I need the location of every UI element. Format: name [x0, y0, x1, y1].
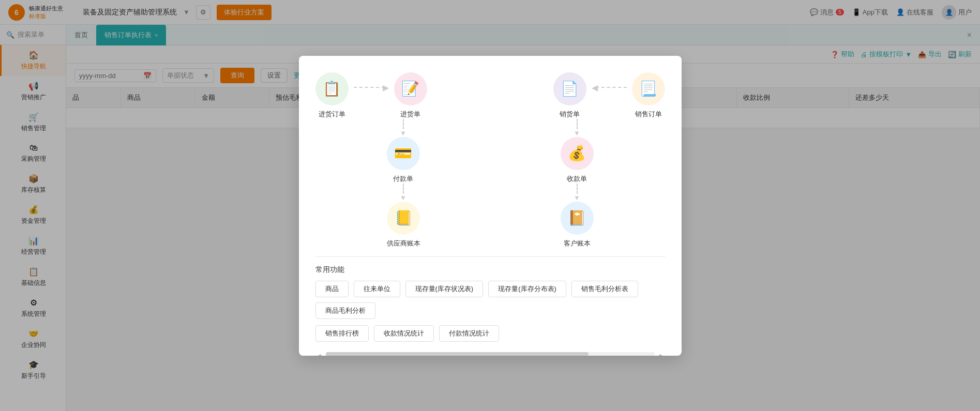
- purchase-bill-label: 进货单: [400, 110, 420, 119]
- sales-order-label: 销售订单: [635, 110, 662, 119]
- flow-item-purchase-order[interactable]: 📋 进货订单: [315, 72, 349, 119]
- flow-item-purchase-bill[interactable]: 📝 进货单: [394, 72, 427, 119]
- flow-item-sales-order[interactable]: 📃 销售订单: [632, 72, 665, 119]
- supplier-account-label: 供应商账本: [387, 239, 420, 248]
- customer-account-label: 客户账本: [564, 239, 591, 248]
- supplier-account-icon: 📒: [387, 202, 420, 235]
- purchase-order-icon: 📋: [315, 72, 349, 105]
- sales-bill-icon: 📄: [553, 72, 586, 105]
- common-btn-3[interactable]: 现存量(库存分布表): [488, 281, 566, 297]
- customer-account-icon: 📔: [561, 202, 594, 235]
- common-btn-2[interactable]: 现存量(库存状况表): [405, 281, 484, 297]
- flow-item-receipt-bill[interactable]: 💰 收款单: [561, 137, 594, 184]
- common-btn-4[interactable]: 销售毛利分析表: [571, 281, 638, 297]
- common-section: 常用功能 商品往来单位现存量(库存状况表)现存量(库存分布表)销售毛利分析表商品…: [315, 256, 665, 342]
- purchase-bill-icon: 📝: [394, 72, 427, 105]
- sales-order-icon: 📃: [632, 72, 665, 105]
- payment-bill-label: 付款单: [393, 174, 413, 184]
- scroll-right-button[interactable]: ▶: [659, 352, 665, 356]
- common-btn-6[interactable]: 销售排行榜: [315, 325, 369, 342]
- flow-item-supplier-account[interactable]: 📒 供应商账本: [387, 202, 420, 248]
- common-btn-1[interactable]: 往来单位: [354, 281, 400, 297]
- purchase-order-label: 进货订单: [319, 110, 345, 119]
- sales-bill-label: 销货单: [560, 110, 580, 119]
- common-title: 常用功能: [315, 265, 665, 275]
- scroll-left-button[interactable]: ◀: [315, 352, 321, 356]
- common-btn-7[interactable]: 收款情况统计: [374, 325, 434, 342]
- flow-item-payment-bill[interactable]: 💳 付款单: [387, 137, 420, 184]
- popup-card: 📋 进货订单 ▶ 📝 进货单: [299, 56, 682, 356]
- overlay[interactable]: 📋 进货订单 ▶ 📝 进货单: [0, 0, 980, 411]
- common-btn-8[interactable]: 付款情况统计: [439, 325, 499, 342]
- scroll-thumb[interactable]: [326, 352, 589, 356]
- scroll-track: [326, 352, 655, 356]
- common-btns-row1: 商品往来单位现存量(库存状况表)现存量(库存分布表)销售毛利分析表商品毛利分析: [315, 281, 665, 319]
- common-btn-0[interactable]: 商品: [315, 281, 349, 297]
- receipt-bill-icon: 💰: [561, 137, 594, 170]
- payment-bill-icon: 💳: [387, 137, 420, 170]
- flow-item-customer-account[interactable]: 📔 客户账本: [561, 202, 594, 248]
- flow-item-sales-bill[interactable]: 📄 销货单: [553, 72, 586, 119]
- common-btn-5[interactable]: 商品毛利分析: [315, 302, 375, 319]
- common-btns-row2: 销售排行榜收款情况统计付款情况统计: [315, 325, 665, 342]
- receipt-bill-label: 收款单: [567, 174, 587, 184]
